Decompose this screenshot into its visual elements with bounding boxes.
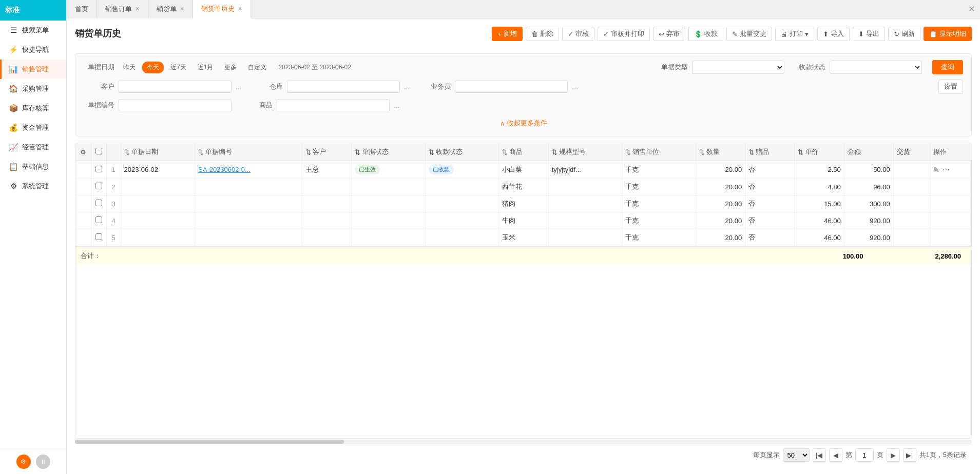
chip-7days[interactable]: 近7天 bbox=[166, 62, 191, 73]
abandon-icon: ↩ bbox=[659, 30, 664, 38]
page-prev-btn[interactable]: ◀ bbox=[829, 448, 842, 462]
tab-sales-history-close[interactable]: ✕ bbox=[238, 6, 242, 12]
customer-dots[interactable]: ... bbox=[236, 83, 242, 91]
row-doc-no[interactable]: SA-20230602-0... bbox=[195, 161, 302, 179]
col-unit[interactable]: ⇅销售单位 bbox=[622, 143, 696, 161]
table-row: 2 西兰花 千克 20.00 否 4.80 96.00 bbox=[75, 179, 971, 195]
sidebar-item-ops[interactable]: 📈 经营管理 bbox=[0, 137, 66, 157]
tab-sales-goods-close[interactable]: ✕ bbox=[180, 6, 184, 12]
row-checkbox[interactable] bbox=[95, 166, 102, 172]
col-customer[interactable]: ⇅客户 bbox=[302, 143, 351, 161]
col-spec[interactable]: ⇅规格型号 bbox=[548, 143, 622, 161]
sidebar-item-inventory[interactable]: 📦 库存核算 bbox=[0, 98, 66, 118]
warehouse-input[interactable] bbox=[287, 81, 400, 93]
staff-dots[interactable]: ... bbox=[572, 83, 578, 91]
staff-input[interactable] bbox=[455, 81, 568, 93]
query-btn[interactable]: 查询 bbox=[932, 60, 963, 74]
sidebar-item-finance[interactable]: 💰 资金管理 bbox=[0, 118, 66, 137]
tab-sales-history-label: 销货单历史 bbox=[201, 4, 235, 13]
col-date[interactable]: ⇅单据日期 bbox=[121, 143, 195, 161]
row-check[interactable] bbox=[91, 195, 106, 212]
sidebar-item-search-menu[interactable]: ☰ 搜索菜单 bbox=[0, 21, 66, 40]
edit-icon[interactable]: ✎ bbox=[933, 166, 939, 174]
col-gift[interactable]: ⇅赠品 bbox=[745, 143, 795, 161]
tab-sales-goods[interactable]: 销货单 ✕ bbox=[148, 0, 193, 18]
btn-delete[interactable]: 🗑 删除 bbox=[526, 27, 559, 41]
sidebar-item-quick-nav[interactable]: ⚡ 快捷导航 bbox=[0, 40, 66, 60]
doc-type-select[interactable] bbox=[692, 61, 784, 74]
goods-input[interactable] bbox=[277, 99, 390, 111]
sidebar-item-sales[interactable]: 📊 销售管理 bbox=[0, 60, 66, 79]
select-all-checkbox[interactable] bbox=[95, 148, 102, 154]
row-checkbox[interactable] bbox=[95, 216, 102, 223]
btn-audit-print[interactable]: ✓ 审核并打印 bbox=[598, 27, 650, 41]
chip-1month[interactable]: 近1月 bbox=[193, 62, 218, 73]
btn-batch-change[interactable]: ✎ 批量变更 bbox=[726, 27, 772, 41]
page-next-btn[interactable]: ▶ bbox=[887, 448, 900, 462]
collapse-btn[interactable]: ∧ 收起更多条件 bbox=[84, 116, 963, 130]
row-doc-no[interactable] bbox=[195, 212, 302, 229]
btn-refresh[interactable]: ↻ 刷新 bbox=[888, 27, 920, 41]
per-page-select[interactable]: 50 100 200 bbox=[783, 448, 810, 462]
sidebar-item-basic-info[interactable]: 📋 基础信息 bbox=[0, 157, 66, 176]
page-last-btn[interactable]: ▶| bbox=[903, 448, 916, 462]
btn-abandon[interactable]: ↩ 弃审 bbox=[653, 27, 685, 41]
col-collect-status[interactable]: ⇅收款状态 bbox=[425, 143, 499, 161]
tab-home[interactable]: 首页 bbox=[67, 0, 97, 18]
row-checkbox[interactable] bbox=[95, 233, 102, 240]
scrollbar-thumb[interactable] bbox=[75, 440, 344, 444]
tabs-close-all[interactable]: ✕ bbox=[968, 4, 980, 14]
btn-new[interactable]: + 新增 bbox=[492, 27, 523, 41]
tab-sales-order[interactable]: 销售订单 ✕ bbox=[97, 0, 148, 18]
page-first-btn[interactable]: |◀ bbox=[813, 448, 826, 462]
col-qty[interactable]: ⇅数量 bbox=[696, 143, 745, 161]
sidebar-item-sys[interactable]: ⚙ 系统管理 bbox=[0, 176, 66, 196]
row-check[interactable] bbox=[91, 212, 106, 229]
sidebar-bottom-btn-2[interactable]: ⏸ bbox=[36, 455, 50, 469]
row-doc-status bbox=[352, 195, 426, 212]
chip-yesterday[interactable]: 昨天 bbox=[119, 62, 140, 73]
settings-btn[interactable]: 设置 bbox=[938, 80, 963, 94]
col-check[interactable] bbox=[91, 143, 106, 161]
sidebar-item-purchase[interactable]: 🏠 采购管理 bbox=[0, 79, 66, 98]
customer-input[interactable] bbox=[119, 81, 232, 93]
page-input[interactable] bbox=[855, 448, 874, 462]
btn-audit[interactable]: ✓ 审核 bbox=[562, 27, 594, 41]
col-num bbox=[106, 143, 121, 161]
col-doc-no[interactable]: ⇅单据编号 bbox=[195, 143, 302, 161]
row-doc-no[interactable] bbox=[195, 195, 302, 212]
row-qty: 20.00 bbox=[696, 195, 745, 212]
col-unit-price[interactable]: ⇅单价 bbox=[795, 143, 844, 161]
more-icon[interactable]: ⋯ bbox=[943, 166, 950, 174]
row-checkbox[interactable] bbox=[95, 200, 102, 206]
tab-sales-history[interactable]: 销货单历史 ✕ bbox=[193, 0, 251, 18]
row-doc-no[interactable] bbox=[195, 229, 302, 246]
col-doc-status[interactable]: ⇅单据状态 bbox=[352, 143, 426, 161]
col-gear[interactable]: ⚙ bbox=[75, 143, 91, 161]
row-checkbox[interactable] bbox=[95, 183, 102, 189]
row-check[interactable] bbox=[91, 229, 106, 246]
scrollbar-track[interactable] bbox=[75, 440, 972, 444]
warehouse-dots[interactable]: ... bbox=[404, 83, 410, 91]
btn-export[interactable]: ⬇ 导出 bbox=[853, 27, 885, 41]
collect-status-select[interactable] bbox=[830, 61, 922, 74]
btn-print[interactable]: 🖨 打印 ▾ bbox=[775, 27, 814, 41]
btn-collect[interactable]: 💲 收款 bbox=[688, 27, 723, 41]
sales-icon: 📊 bbox=[9, 65, 18, 74]
btn-show-detail[interactable]: 📋 显示明细 bbox=[924, 27, 972, 41]
row-check[interactable] bbox=[91, 161, 106, 179]
sidebar-bottom-btn-1[interactable]: ⚙ bbox=[16, 455, 31, 469]
col-goods[interactable]: ⇅商品 bbox=[499, 143, 548, 161]
row-customer bbox=[302, 179, 351, 195]
tab-sales-order-close[interactable]: ✕ bbox=[135, 6, 140, 12]
chip-today[interactable]: 今天 bbox=[142, 62, 164, 73]
row-doc-status bbox=[352, 212, 426, 229]
row-check[interactable] bbox=[91, 179, 106, 195]
goods-dots[interactable]: ... bbox=[394, 101, 400, 109]
row-doc-no[interactable] bbox=[195, 179, 302, 195]
row-trade bbox=[893, 195, 930, 212]
chip-more[interactable]: 更多 bbox=[220, 62, 241, 73]
chip-custom[interactable]: 自定义 bbox=[243, 62, 271, 73]
btn-import[interactable]: ⬆ 导入 bbox=[817, 27, 850, 41]
doc-no-input[interactable] bbox=[119, 99, 232, 111]
